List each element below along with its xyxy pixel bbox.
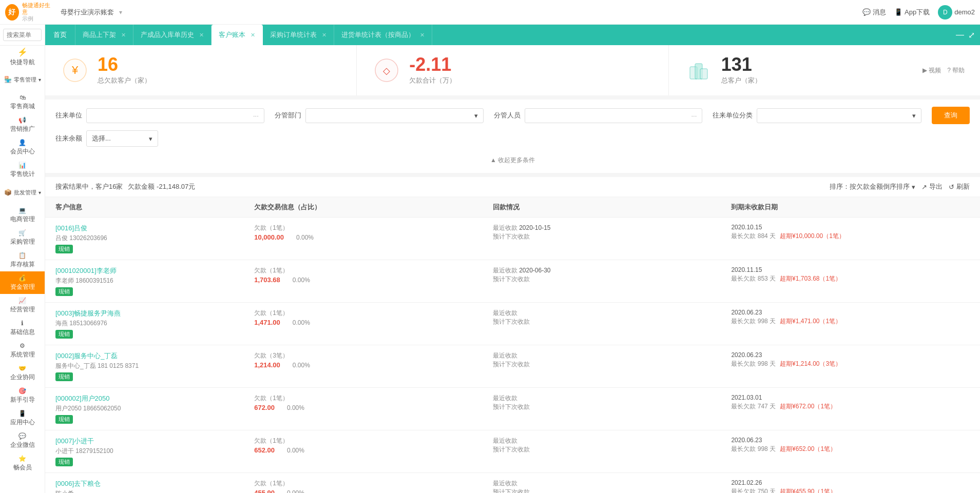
sidebar-item-app-center[interactable]: 📱 应用中心 xyxy=(0,407,45,429)
table-row: [0006]去下粮仓 陈小希 现销 欠款（1笔） 455.90 0.00% 最近… xyxy=(45,473,980,493)
video-icon: ▶ xyxy=(923,67,927,74)
sidebar-item-capital-mgmt[interactable]: 💰 资金管理 xyxy=(0,271,45,294)
customer-name-link[interactable]: [0002]服务中心_丁磊 xyxy=(55,352,118,360)
collapse-filters-btn[interactable]: ▲ 收起更多条件 xyxy=(55,153,970,168)
top-bar: 好 畅捷通好生意 示例 母婴行业演示账套 ▾ 💬 消息 📱 App下载 D de… xyxy=(0,0,980,25)
customer-name-link[interactable]: [0016]吕俊 xyxy=(55,224,87,232)
customer-info-cell: [0006]去下粮仓 陈小希 现销 xyxy=(55,479,254,493)
chevron-down-category: ▾ xyxy=(912,112,916,120)
customer-phone: 海燕 18513066976 xyxy=(55,319,254,328)
customer-name-link[interactable]: [000002]用户2050 xyxy=(55,395,110,402)
tab-home[interactable]: 首页 xyxy=(45,25,75,45)
stat-card-right-actions: ▶ 视频 ? 帮助 xyxy=(923,66,965,75)
sidebar-item-enterprise-wechat[interactable]: 💬 企业微信 xyxy=(0,429,45,452)
user-area[interactable]: D demo2 xyxy=(938,5,975,19)
sidebar-item-purchase-mgmt[interactable]: 🛒 采购管理 xyxy=(0,226,45,249)
overdue-max-days: 最长欠款 998 天 xyxy=(731,317,776,326)
overdue-link[interactable]: 超期¥1,214.00（3笔） xyxy=(780,360,841,368)
debt-amount: 1,214.00 xyxy=(254,361,280,369)
customer-name-link[interactable]: [0001020001]李老师 xyxy=(55,267,117,274)
overdue-date: 2021.03.01 xyxy=(731,394,970,401)
sidebar-item-enterprise-collab[interactable]: 🤝 企业协同 xyxy=(0,362,45,384)
customer-tag: 现销 xyxy=(55,287,73,296)
branch-person-input[interactable]: ··· xyxy=(525,108,703,123)
debt-cell: 欠款（1笔） 652.00 0.00% xyxy=(254,437,493,454)
sidebar-item-retail-stats[interactable]: 📊 零售统计 xyxy=(0,159,45,181)
sidebar-item-ecom-mgmt[interactable]: 💻 电商管理 xyxy=(0,204,45,226)
sort-button[interactable]: 排序：按欠款金额倒序排序 ▾ xyxy=(830,182,915,191)
tab-maximize-icon[interactable]: ⤢ xyxy=(968,30,975,40)
tab-customer-ledger[interactable]: 客户账本 ✕ xyxy=(212,25,263,45)
tab-product-inbound[interactable]: 产成品入库单历史 ✕ xyxy=(133,25,212,45)
overdue-link[interactable]: 超期¥652.00（1笔） xyxy=(780,445,836,453)
sidebar-label-basic-info: 基础信息 xyxy=(10,328,35,337)
refresh-button[interactable]: ↺ 刷新 xyxy=(949,182,970,191)
stat-label-debt-customers: 总欠款客户（家） xyxy=(98,76,151,85)
overdue-link[interactable]: 超期¥10,000.00（1笔） xyxy=(780,232,845,241)
customer-name-link[interactable]: [0007]小进干 xyxy=(55,437,94,445)
results-bar: 搜索结果中，客户16家 欠款金额 -21,148.07元 排序：按欠款金额倒序排… xyxy=(45,177,980,196)
filter-source-unit: 往来单位 ··· xyxy=(55,108,264,123)
tab-close-icon-2[interactable]: ✕ xyxy=(199,32,204,38)
svg-text:¥: ¥ xyxy=(71,64,79,76)
sidebar-item-member-plus[interactable]: ⭐ 畅会员 xyxy=(0,452,45,475)
return-label: 最近收款 2020-10-15 xyxy=(493,224,732,232)
help-btn[interactable]: ? 帮助 xyxy=(947,66,965,75)
sidebar-item-basic-info[interactable]: ℹ 基础信息 xyxy=(0,317,45,339)
tab-close-icon-5[interactable]: ✕ xyxy=(420,32,425,38)
overdue-link[interactable]: 超期¥1,471.00（1笔） xyxy=(780,317,841,326)
next-return-label: 预计下次收款 xyxy=(493,403,732,411)
debt-cell: 欠款（3笔） 1,214.00 0.00% xyxy=(254,351,493,369)
sidebar-item-inventory[interactable]: 📋 库存核算 xyxy=(0,249,45,271)
sidebar-item-biz-mgmt[interactable]: 📈 经营管理 xyxy=(0,294,45,317)
return-date: 2020-06-30 xyxy=(519,267,550,274)
inventory-icon: 📋 xyxy=(18,252,26,259)
query-button[interactable]: 查询 xyxy=(932,107,970,124)
sidebar-label-member: 会员中心 xyxy=(10,147,35,156)
sidebar-item-new-guide[interactable]: 🎯 新手引导 xyxy=(0,384,45,407)
customer-tag: 现销 xyxy=(55,330,73,339)
return-cell: 最近收款 预计下次收款 xyxy=(493,479,732,493)
branch-dept-select[interactable]: ▾ xyxy=(305,108,484,123)
overdue-cell: 2021.02.26 最长欠款 750 天 超期¥455.90（1笔） xyxy=(731,479,970,493)
tab-inbound-stats[interactable]: 进货单统计表（按商品） ✕ xyxy=(334,25,432,45)
overdue-link[interactable]: 超期¥672.00（1笔） xyxy=(780,402,836,411)
overdue-date: 2020.06.23 xyxy=(731,437,970,444)
sidebar-item-member-center[interactable]: 👤 会员中心 xyxy=(0,136,45,159)
capital-icon: 💰 xyxy=(18,274,26,282)
balance-select[interactable]: 选择... ▾ xyxy=(86,130,158,147)
overdue-date: 2020.06.23 xyxy=(731,351,970,359)
search-input[interactable] xyxy=(3,29,42,41)
app-download-btn[interactable]: 📱 App下载 xyxy=(894,8,930,17)
sidebar-item-retail-mgmt[interactable]: 🏪 零售管理 ▾ xyxy=(0,68,45,91)
debt-row: 1,703.68 0.00% xyxy=(254,276,493,284)
app-subtitle: 示例 xyxy=(22,15,50,22)
tab-close-icon[interactable]: ✕ xyxy=(121,32,126,38)
next-return-label: 预计下次收款 xyxy=(493,275,732,284)
overdue-link[interactable]: 超期¥455.90（1笔） xyxy=(780,487,836,493)
tab-purchase-order[interactable]: 采购订单统计表 ✕ xyxy=(263,25,334,45)
tab-close-icon-4[interactable]: ✕ xyxy=(322,32,326,38)
message-btn[interactable]: 💬 消息 xyxy=(862,8,886,17)
unit-category-label: 往来单位分类 xyxy=(713,111,753,120)
overdue-link[interactable]: 超期¥1,703.68（1笔） xyxy=(780,274,841,283)
tab-goods-listing[interactable]: 商品上下架 ✕ xyxy=(75,25,133,45)
customer-name-link[interactable]: [0006]去下粮仓 xyxy=(55,480,101,487)
source-unit-input[interactable]: ··· xyxy=(86,108,264,123)
sidebar-item-marketing[interactable]: 📢 营销推广 xyxy=(0,113,45,136)
sidebar-item-batch-mgmt[interactable]: 📦 批发管理 ▾ xyxy=(0,181,45,204)
tab-minimize-icon[interactable]: — xyxy=(956,30,964,40)
sidebar-item-retail-mall[interactable]: 🛍 零售商城 xyxy=(0,91,45,113)
tab-close-icon-3[interactable]: ✕ xyxy=(251,32,255,38)
sort-label: 排序：按欠款金额倒序排序 xyxy=(830,182,910,191)
sidebar-item-quick-nav[interactable]: ⚡ 快捷导航 xyxy=(0,46,45,68)
customer-name-link[interactable]: [0003]畅捷服务尹海燕 xyxy=(55,309,121,317)
result-actions: 排序：按欠款金额倒序排序 ▾ ↗ 导出 ↺ 刷新 xyxy=(830,182,970,191)
sidebar-item-sys-mgmt[interactable]: ⚙ 系统管理 xyxy=(0,339,45,362)
content-area: 首页 商品上下架 ✕ 产成品入库单历史 ✕ 客户账本 ✕ 采购订单统计表 ✕ xyxy=(45,25,980,493)
sidebar-label-quick-nav: 快捷导航 xyxy=(10,58,35,67)
video-btn[interactable]: ▶ 视频 xyxy=(923,66,941,75)
export-button[interactable]: ↗ 导出 xyxy=(921,182,943,191)
customer-tag: 现销 xyxy=(55,245,73,253)
unit-category-select[interactable]: ▾ xyxy=(757,108,921,123)
